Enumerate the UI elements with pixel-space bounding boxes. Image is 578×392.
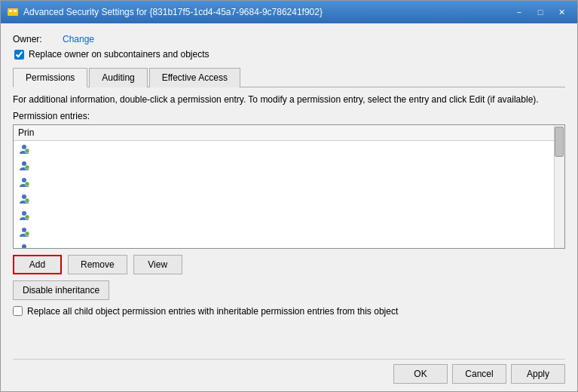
svg-point-15: [22, 244, 26, 248]
table-row[interactable]: [14, 174, 564, 191]
scrollbar-track[interactable]: [554, 125, 564, 248]
window-title: Advanced Security Settings for {831b17f5…: [23, 7, 509, 17]
content-area: Owner: Change Replace owner on subcontai…: [1, 23, 577, 391]
user-icon: [18, 193, 30, 205]
change-link[interactable]: Change: [63, 34, 94, 44]
user-icon: [18, 243, 30, 248]
minimize-button[interactable]: −: [509, 5, 529, 20]
table-row[interactable]: [14, 141, 564, 158]
svg-point-13: [22, 228, 26, 232]
permission-list: Prin: [13, 124, 565, 249]
remove-button[interactable]: Remove: [68, 255, 127, 274]
main-window: Advanced Security Settings for {831b17f5…: [0, 0, 578, 392]
svg-point-10: [25, 198, 29, 203]
svg-point-9: [22, 194, 26, 199]
table-row[interactable]: [14, 224, 564, 240]
scrollbar-thumb[interactable]: [555, 127, 564, 157]
user-icon: [18, 226, 30, 238]
apply-button[interactable]: Apply: [511, 364, 565, 384]
maximize-button[interactable]: □: [531, 5, 550, 20]
svg-rect-1: [9, 10, 12, 12]
user-icon: [18, 143, 30, 155]
tab-permissions[interactable]: Permissions: [13, 68, 87, 87]
replace-owner-checkbox[interactable]: [14, 50, 24, 60]
user-icon: [18, 176, 30, 188]
user-icon: [18, 160, 30, 172]
svg-point-11: [22, 211, 26, 216]
view-button[interactable]: View: [133, 255, 182, 274]
footer-buttons: OK Cancel Apply: [13, 359, 565, 384]
tab-effective-access[interactable]: Effective Access: [149, 68, 240, 87]
title-bar-buttons: − □ ✕: [509, 5, 571, 20]
action-buttons-row: Add Remove View: [13, 255, 565, 274]
disable-inheritance-button[interactable]: Disable inheritance: [13, 280, 109, 300]
perm-entries-label: Permission entries:: [13, 111, 565, 121]
svg-point-4: [25, 149, 29, 153]
tab-auditing[interactable]: Auditing: [89, 68, 147, 87]
perm-list-body[interactable]: [14, 141, 564, 248]
cancel-button[interactable]: Cancel: [452, 364, 506, 384]
table-row[interactable]: [14, 158, 564, 174]
title-bar: Advanced Security Settings for {831b17f5…: [1, 1, 577, 23]
window-icon: [7, 6, 19, 18]
replace-owner-row: Replace owner on subcontainers and objec…: [14, 49, 565, 60]
table-row[interactable]: [14, 207, 564, 224]
add-button[interactable]: Add: [13, 255, 62, 274]
replace-owner-label: Replace owner on subcontainers and objec…: [29, 49, 209, 60]
close-button[interactable]: ✕: [552, 5, 571, 20]
owner-label: Owner:: [13, 34, 50, 44]
replace-child-row: Replace all child object permission entr…: [13, 306, 565, 317]
owner-row: Owner: Change: [13, 34, 565, 44]
svg-rect-2: [14, 10, 17, 12]
svg-point-12: [25, 215, 29, 219]
svg-point-3: [22, 145, 26, 149]
table-row[interactable]: [14, 191, 564, 207]
info-text: For additional information, double-click…: [13, 93, 565, 106]
svg-point-8: [25, 182, 29, 186]
perm-list-header: Prin: [14, 125, 564, 141]
replace-child-checkbox[interactable]: [13, 306, 23, 316]
tabs-bar: Permissions Auditing Effective Access: [13, 67, 565, 87]
svg-point-14: [25, 231, 29, 236]
svg-point-6: [25, 165, 29, 170]
svg-point-7: [22, 178, 26, 182]
table-row[interactable]: [14, 240, 564, 248]
user-icon: [18, 210, 30, 222]
disable-inheritance-row: Disable inheritance: [13, 280, 565, 300]
replace-child-label: Replace all child object permission entr…: [27, 306, 398, 317]
ok-button[interactable]: OK: [393, 364, 448, 384]
svg-point-5: [22, 161, 26, 166]
